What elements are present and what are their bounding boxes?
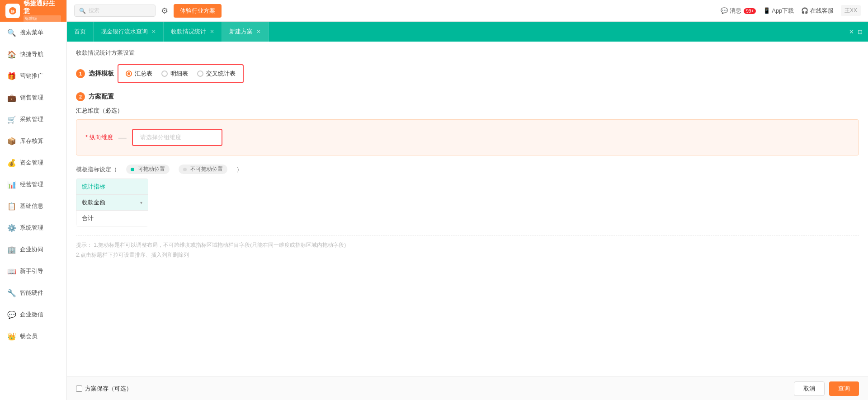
tab-receipt-stats[interactable]: 收款情况统计 ✕ <box>164 22 222 42</box>
guide-icon: 📖 <box>7 267 16 276</box>
headset-icon: 🎧 <box>801 7 808 14</box>
draggable-tag: 可拖动位置 <box>126 165 170 174</box>
radio-circle-summary <box>126 71 132 77</box>
sidebar-item-wechat[interactable]: 💬 企业微信 <box>0 304 66 325</box>
sidebar-item-basic-info[interactable]: 📋 基础信息 <box>0 195 66 217</box>
step1-title: 选择模板 <box>89 70 114 78</box>
dimension-selector[interactable]: 请选择分组维度 <box>132 129 222 146</box>
non-draggable-tag: 不可拖动位置 <box>179 165 227 174</box>
sidebar-item-label: 畅会员 <box>20 332 38 340</box>
search-menu-icon: 🔍 <box>7 28 16 37</box>
sidebar-item-label: 资金管理 <box>20 159 43 167</box>
radio-summary[interactable]: 汇总表 <box>126 70 152 78</box>
hint-section: 提示： 1.拖动标题栏可以调整布局，不可跨维度或指标区域拖动栏目字段(只能在同一… <box>76 235 859 264</box>
sidebar-logo: 好 畅捷通好生意 标准版 <box>0 0 66 22</box>
sidebar-item-label: 企业协同 <box>20 245 43 254</box>
logo-badge: 标准版 <box>24 15 61 22</box>
sidebar-item-hardware[interactable]: 🔧 智能硬件 <box>0 282 66 304</box>
tab-close-new-plan[interactable]: ✕ <box>256 28 261 35</box>
sidebar-item-guide[interactable]: 📖 新手引导 <box>0 260 66 282</box>
gift-icon: 🎁 <box>7 72 16 80</box>
search-placeholder: 搜索 <box>89 7 99 14</box>
step2-badge: 2 <box>76 92 85 101</box>
step2-section: 2 方案配置 汇总维度（必选） * 纵向维度 — 请选择分组维度 <box>76 92 859 264</box>
tab-close-receipt-stats[interactable]: ✕ <box>210 28 214 35</box>
user-display[interactable]: 王XX <box>841 5 861 16</box>
sidebar-item-label: 新手引导 <box>20 267 43 275</box>
close-window-icon[interactable]: ✕ <box>849 28 854 35</box>
save-option[interactable]: 方案保存（可选） <box>76 385 132 393</box>
sidebar-item-sales[interactable]: 💼 销售管理 <box>0 87 66 108</box>
sidebar-item-operation[interactable]: 📊 经营管理 <box>0 174 66 195</box>
tab-controls: ✕ ⊡ <box>844 22 868 42</box>
sidebar-item-label: 系统管理 <box>20 224 43 232</box>
metrics-cell-amount[interactable]: 收款金额 ▾ <box>76 195 148 211</box>
metrics-table-header: 统计指标 <box>76 179 148 195</box>
save-checkbox[interactable] <box>76 386 82 392</box>
chart-icon: 📊 <box>7 180 16 189</box>
sidebar-item-label: 采购管理 <box>20 115 43 123</box>
footer: 方案保存（可选） 取消 查询 <box>67 376 868 400</box>
footer-buttons: 取消 查询 <box>794 381 859 396</box>
message-badge: 99+ <box>744 8 756 14</box>
content-area: 收款情况统计方案设置 1 选择模板 汇总表 <box>67 42 868 376</box>
step2-title: 方案配置 <box>89 93 114 101</box>
sidebar-item-enterprise[interactable]: 🏢 企业协同 <box>0 239 66 260</box>
tab-cash-flow[interactable]: 现金银行流水查询 ✕ <box>94 22 164 42</box>
box-icon: 📦 <box>7 137 16 146</box>
download-icon: 📱 <box>763 7 770 14</box>
cart-icon: 🛒 <box>7 115 16 124</box>
maximize-icon[interactable]: ⊡ <box>858 28 863 35</box>
sidebar-item-label: 营销推广 <box>20 72 43 80</box>
sidebar-item-label: 销售管理 <box>20 94 43 102</box>
app-download[interactable]: 📱 App下载 <box>763 7 794 15</box>
sidebar-item-label: 智能硬件 <box>20 289 43 297</box>
radio-cross[interactable]: 交叉统计表 <box>197 70 236 78</box>
radio-circle-detail <box>161 71 168 77</box>
tab-new-plan[interactable]: 新建方案 ✕ <box>222 22 269 42</box>
sidebar-item-label: 企业微信 <box>20 311 43 319</box>
home-icon: 🏠 <box>7 50 16 59</box>
draggable-dot-icon <box>131 168 134 171</box>
dropdown-arrow-icon[interactable]: ▾ <box>140 200 142 205</box>
logo-icon: 好 <box>5 4 20 18</box>
query-button[interactable]: 查询 <box>829 381 859 396</box>
step2-header: 2 方案配置 <box>76 92 859 101</box>
sidebar-item-label: 库存核算 <box>20 137 43 145</box>
sidebar-item-label: 基础信息 <box>20 202 43 210</box>
message-icon: 💬 <box>721 7 728 14</box>
search-icon: 🔍 <box>79 8 86 14</box>
tab-close-cash-flow[interactable]: ✕ <box>151 28 156 35</box>
sidebar: 好 畅捷通好生意 标准版 🔍 搜索菜单 🏠 快捷导航 🎁 营销推广 💼 销售管理… <box>0 0 67 400</box>
dimension-section-title: 汇总维度（必选） <box>76 107 859 115</box>
gear-icon[interactable]: ⚙ <box>161 6 168 16</box>
industry-btn[interactable]: 体验行业方案 <box>174 4 222 18</box>
online-service[interactable]: 🎧 在线客服 <box>801 7 834 15</box>
sidebar-item-system[interactable]: ⚙️ 系统管理 <box>0 217 66 239</box>
non-draggable-dot-icon <box>183 168 187 171</box>
hint-text-1: 提示： 1.拖动标题栏可以调整布局，不可跨维度或指标区域拖动栏目字段(只能在同一… <box>76 240 859 250</box>
page-title: 收款情况统计方案设置 <box>76 49 859 57</box>
dimension-label: * 纵向维度 <box>85 133 113 141</box>
search-box[interactable]: 🔍 搜索 <box>74 5 156 17</box>
topbar-right: 💬 消息 99+ 📱 App下载 🎧 在线客服 王XX <box>721 5 861 16</box>
sidebar-item-inventory[interactable]: 📦 库存核算 <box>0 130 66 152</box>
sidebar-item-finance[interactable]: 💰 资金管理 <box>0 152 66 174</box>
dimension-area: * 纵向维度 — 请选择分组维度 <box>76 119 859 155</box>
tab-home[interactable]: 首页 <box>67 22 94 42</box>
radio-group: 汇总表 明细表 交叉统计表 <box>126 70 236 78</box>
sidebar-item-marketing[interactable]: 🎁 营销推广 <box>0 65 66 87</box>
sidebar-item-search-menu[interactable]: 🔍 搜索菜单 <box>0 22 66 43</box>
tab-spacer <box>269 22 844 42</box>
step1-header: 1 选择模板 汇总表 明细表 <box>76 64 859 83</box>
cancel-button[interactable]: 取消 <box>794 381 825 396</box>
message-item[interactable]: 💬 消息 99+ <box>721 7 756 15</box>
sidebar-item-purchase[interactable]: 🛒 采购管理 <box>0 108 66 130</box>
logo-text: 畅捷通好生意 <box>24 0 61 15</box>
wechat-icon: 💬 <box>7 311 16 319</box>
sidebar-item-member[interactable]: 👑 畅会员 <box>0 325 66 347</box>
radio-detail[interactable]: 明细表 <box>161 70 188 78</box>
sidebar-item-quick-nav[interactable]: 🏠 快捷导航 <box>0 43 66 65</box>
sidebar-item-label: 快捷导航 <box>20 50 43 58</box>
sidebar-item-label: 搜索菜单 <box>20 28 43 37</box>
